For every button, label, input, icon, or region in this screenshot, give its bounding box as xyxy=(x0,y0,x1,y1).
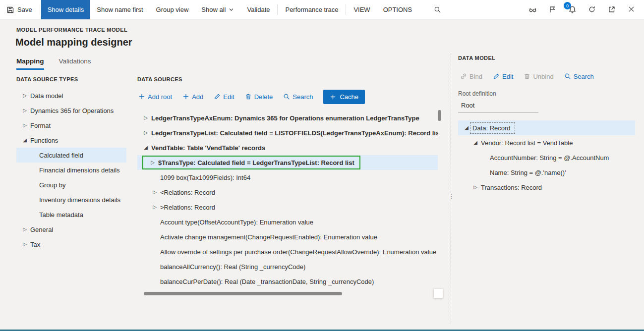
tree-row[interactable]: Account type(OffsetAccountType): Enumera… xyxy=(137,215,438,229)
expand-icon[interactable]: ▷ xyxy=(141,130,150,135)
tree-row[interactable]: Financial dimensions details xyxy=(16,163,126,177)
search-button[interactable]: Search xyxy=(564,73,594,80)
tree-row[interactable]: ▷Tax xyxy=(16,237,126,252)
search-button[interactable]: Search xyxy=(283,93,313,101)
tree-row[interactable]: ▷<Relations: Record xyxy=(137,185,438,200)
edit-label: Edit xyxy=(502,73,513,80)
tree-row[interactable]: Group by xyxy=(16,177,126,192)
tree-row[interactable]: ▷Format xyxy=(16,118,126,133)
root-definition-input[interactable] xyxy=(458,99,538,112)
expand-icon[interactable]: ▷ xyxy=(141,115,150,120)
scroll-corner xyxy=(434,289,443,298)
tree-row[interactable]: ◢Data: Record xyxy=(458,120,635,135)
add-root-button[interactable]: Add root xyxy=(138,93,172,101)
expand-icon[interactable]: ▷ xyxy=(471,185,480,190)
horizontal-scrollbar[interactable] xyxy=(144,292,342,295)
expand-icon[interactable]: ▷ xyxy=(20,227,29,232)
tab-validations[interactable]: Validations xyxy=(59,57,91,70)
expand-icon[interactable]: ▷ xyxy=(150,190,159,195)
expand-icon[interactable]: ▷ xyxy=(20,123,29,128)
edit-button[interactable]: Edit xyxy=(214,93,234,101)
tree-row[interactable]: 1099 box(Tax1099Fields): Int64 xyxy=(137,170,438,185)
trash-icon xyxy=(245,93,252,100)
edit-label: Edit xyxy=(223,93,234,101)
expand-icon[interactable]: ▷ xyxy=(148,160,157,165)
tree-row[interactable]: ◢Functions xyxy=(16,133,126,148)
link-icon xyxy=(460,73,467,80)
tree-row[interactable]: Table metadata xyxy=(16,207,126,222)
tree-row[interactable]: ▷General xyxy=(16,222,126,237)
toolbar-divider xyxy=(277,4,278,15)
tree-row[interactable]: ▷LedgerTransTypeAxEnum: Dynamics 365 for… xyxy=(137,110,438,125)
delete-button[interactable]: Delete xyxy=(245,93,273,101)
tree-row-label: Table metadata xyxy=(39,211,83,219)
options-menu[interactable]: OPTIONS xyxy=(377,0,419,19)
close-icon[interactable] xyxy=(628,5,636,14)
tab-mapping[interactable]: Mapping xyxy=(16,57,44,70)
toolbar-divider xyxy=(40,4,40,15)
group-view-button[interactable]: Group view xyxy=(150,0,195,19)
collapse-icon[interactable]: ◢ xyxy=(20,138,29,143)
add-label: Add xyxy=(192,93,203,101)
tree-row[interactable]: ▷LedgerTransTypeList: Calculated field =… xyxy=(137,125,438,140)
vertical-scrollbar[interactable] xyxy=(438,110,441,121)
tree-row-label: Vendor: Record list = VendTable xyxy=(481,139,573,147)
tree-row[interactable]: Activate change management(ChangeRequest… xyxy=(137,229,438,244)
tree-row[interactable]: Allow override of settings per purchase … xyxy=(137,244,438,259)
tree-row[interactable]: ▷$TransType: Calculated field = LedgerTr… xyxy=(137,155,438,170)
flag-icon[interactable] xyxy=(548,5,557,14)
popout-icon[interactable] xyxy=(608,5,616,14)
refresh-icon[interactable] xyxy=(588,5,596,14)
tree-row-label: $TransType: Calculated field = LedgerTra… xyxy=(158,159,354,166)
tree-row-label: Format xyxy=(30,122,51,129)
splitter-handle-icon[interactable]: ⋮ xyxy=(448,192,455,200)
expand-icon[interactable]: ▷ xyxy=(150,205,159,210)
panel-splitter[interactable] xyxy=(451,54,451,324)
data-source-types-tree: ▷Data model▷Dynamics 365 for Operations▷… xyxy=(16,88,126,252)
tree-row[interactable]: Name: String = @.'name()' xyxy=(458,165,635,180)
tree-row-label: Transactions: Record xyxy=(481,184,542,191)
tree-row-label: Group by xyxy=(39,181,65,189)
tree-row[interactable]: Inventory dimensions details xyxy=(16,192,126,207)
tree-row[interactable]: ▷Data model xyxy=(16,88,126,103)
collapse-icon[interactable]: ◢ xyxy=(141,145,150,150)
top-toolbar: Save Show details Show name first Group … xyxy=(0,0,644,20)
add-button[interactable]: Add xyxy=(182,93,203,101)
tree-row[interactable]: AccountNumber: String = @.AccountNum xyxy=(458,150,635,165)
tree-row-label: Name: String = @.'name()' xyxy=(490,169,566,176)
bind-button[interactable]: Bind xyxy=(460,73,482,80)
show-name-first-button[interactable]: Show name first xyxy=(90,0,149,19)
show-all-dropdown[interactable]: Show all xyxy=(195,0,240,19)
tree-row-label: Dynamics 365 for Operations xyxy=(30,107,114,114)
toolbar-search-button[interactable] xyxy=(427,0,448,19)
tree-row[interactable]: Calculated field xyxy=(16,148,126,163)
expand-icon[interactable]: ▷ xyxy=(20,108,29,113)
tree-row[interactable]: balanceAllCurrency(): Real (String _curr… xyxy=(137,259,438,274)
tree-row[interactable]: ▷Transactions: Record xyxy=(458,180,635,195)
validate-button[interactable]: Validate xyxy=(240,0,276,19)
tree-row[interactable]: ◢VendTable: Table 'VendTable' records xyxy=(137,140,438,155)
search-label: Search xyxy=(293,93,313,101)
cache-button[interactable]: Cache xyxy=(323,90,365,104)
tree-row[interactable]: balanceCurPerDate(): Real (Date _transac… xyxy=(137,274,438,289)
notifications-icon[interactable]: 0 xyxy=(568,5,577,14)
page-title: Model mapping designer xyxy=(15,37,132,48)
collapse-icon[interactable]: ◢ xyxy=(471,140,480,145)
search-icon xyxy=(434,6,441,13)
glasses-icon[interactable] xyxy=(528,5,537,14)
show-details-button[interactable]: Show details xyxy=(41,0,91,19)
tree-row[interactable]: ▷Dynamics 365 for Operations xyxy=(16,103,126,118)
view-menu[interactable]: VIEW xyxy=(347,0,376,19)
tree-row[interactable]: ▷>Relations: Record xyxy=(137,200,438,215)
tree-row[interactable]: ◢Vendor: Record list = VendTable xyxy=(458,135,635,150)
show-all-label: Show all xyxy=(201,6,226,13)
record-caption: MODEL PERFORMANCE TRACE MODEL xyxy=(16,27,127,33)
expand-icon[interactable]: ▷ xyxy=(20,93,29,98)
unbind-button[interactable]: Unbind xyxy=(524,73,553,80)
expand-icon[interactable]: ▷ xyxy=(20,242,29,247)
edit-button[interactable]: Edit xyxy=(493,73,513,80)
data-model-toolbar: Bind Edit Unbind Search xyxy=(460,70,604,83)
performance-trace-button[interactable]: Performance trace xyxy=(279,0,345,19)
toolbar-right-icons: 0 xyxy=(528,0,644,19)
save-button[interactable]: Save xyxy=(0,0,39,19)
